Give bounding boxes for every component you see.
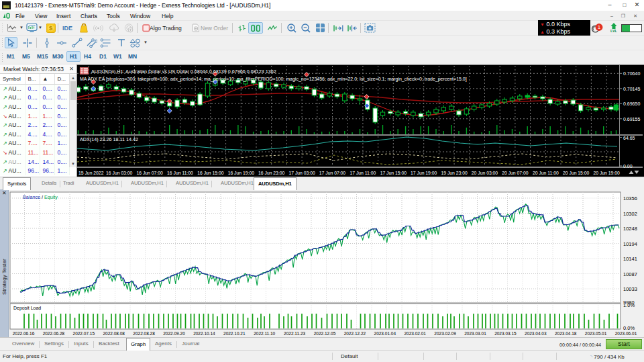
svg-text:2023.01.04: 2023.01.04 xyxy=(374,331,396,336)
svg-text:2023.05.01: 2023.05.01 xyxy=(585,331,607,336)
svg-text:Balance / Equity: Balance / Equity xyxy=(23,194,58,200)
svg-text:10302: 10302 xyxy=(623,211,637,217)
svg-text:0.70640: 0.70640 xyxy=(623,71,640,76)
svg-text:2022.09.20: 2022.09.20 xyxy=(163,331,185,336)
svg-text:17 Jun 11:00: 17 Jun 11:00 xyxy=(350,171,376,175)
svg-text:AUDUSDm,H1: Australian Dollar: AUDUSDm,H1: Australian Dollar vs US Doll… xyxy=(91,69,276,75)
svg-text:ADX(14) 23.26 18.11 14.42: ADX(14) 23.26 18.11 14.42 xyxy=(80,136,138,142)
svg-text:16 Jun 07:00: 16 Jun 07:00 xyxy=(136,171,163,175)
svg-text:2022.06.16: 2022.06.16 xyxy=(13,331,35,336)
svg-text:16 Jun 11:00: 16 Jun 11:00 xyxy=(167,171,193,175)
svg-text:20 Jun 11:00: 20 Jun 11:00 xyxy=(533,171,559,175)
svg-text:2023.04.03: 2023.04.03 xyxy=(525,331,547,336)
svg-text:10141: 10141 xyxy=(623,256,637,262)
svg-text:20 Jun 03:00: 20 Jun 03:00 xyxy=(472,171,498,175)
svg-text:17 Jun 15:00: 17 Jun 15:00 xyxy=(380,171,407,175)
svg-text:2023.04.18: 2023.04.18 xyxy=(555,331,577,336)
svg-text:16 Jun 15:00: 16 Jun 15:00 xyxy=(197,171,224,175)
svg-text:2023.03.01: 2023.03.01 xyxy=(464,331,486,336)
svg-text:2022.12.22: 2022.12.22 xyxy=(344,331,366,336)
svg-text:16 Jun 19:00: 16 Jun 19:00 xyxy=(228,171,255,175)
svg-text:16 Jun 23:00: 16 Jun 23:00 xyxy=(258,171,285,175)
svg-text:0.69650: 0.69650 xyxy=(623,101,640,106)
svg-text:17 Jun 19:00: 17 Jun 19:00 xyxy=(411,171,437,175)
svg-text:2022.10.14: 2022.10.14 xyxy=(193,331,215,336)
svg-text:2022.08.08: 2022.08.08 xyxy=(103,331,125,336)
svg-text:10033: 10033 xyxy=(623,286,637,292)
svg-text:0.0%: 0.0% xyxy=(623,325,635,331)
svg-text:15 Jun 2022: 15 Jun 2022 xyxy=(78,171,104,175)
svg-text:Deposit Load: Deposit Load xyxy=(13,306,41,311)
svg-text:2022.12.05: 2022.12.05 xyxy=(314,331,336,336)
svg-text:$: $ xyxy=(49,24,53,32)
svg-text:10087: 10087 xyxy=(623,271,637,277)
svg-text:0.00: 0.00 xyxy=(623,164,633,169)
svg-text:2022.06.28: 2022.06.28 xyxy=(43,331,65,336)
svg-text:1: 1 xyxy=(598,24,601,30)
svg-text:2022.11.10: 2022.11.10 xyxy=(254,331,275,336)
svg-text:MA ADX EA [stoploss=300; takep: MA ADX EA [stoploss=300; takeprofit=100;… xyxy=(80,77,467,82)
svg-text:19 Jun 23:00: 19 Jun 23:00 xyxy=(441,171,468,175)
svg-text:20 Jun 15:00: 20 Jun 15:00 xyxy=(563,171,590,175)
svg-text:17 Jun 07:00: 17 Jun 07:00 xyxy=(319,171,346,175)
svg-text:2023.03.15: 2023.03.15 xyxy=(494,331,517,336)
svg-text:10248: 10248 xyxy=(623,226,637,232)
svg-text:2022.11.23: 2022.11.23 xyxy=(284,331,305,336)
svg-text:0.69155: 0.69155 xyxy=(623,117,640,122)
svg-text:2022.07.15: 2022.07.15 xyxy=(73,331,95,336)
svg-text:1.0%: 1.0% xyxy=(623,302,635,308)
svg-text:0.70145: 0.70145 xyxy=(623,87,640,91)
svg-text:2022.08.28: 2022.08.28 xyxy=(133,331,155,336)
svg-text:2023.06.01: 2023.06.01 xyxy=(615,331,637,336)
svg-text:17 Jun 03:00: 17 Jun 03:00 xyxy=(288,171,315,175)
svg-text:20 Jun 19:00: 20 Jun 19:00 xyxy=(593,171,620,175)
svg-text:64.65: 64.65 xyxy=(623,136,635,140)
svg-text:16 Jun 03:00: 16 Jun 03:00 xyxy=(106,171,133,175)
svg-text:20 Jun 07:00: 20 Jun 07:00 xyxy=(502,171,529,175)
svg-text:2023.02.09: 2023.02.09 xyxy=(434,331,456,336)
svg-text:2023.02.01: 2023.02.01 xyxy=(404,331,426,336)
svg-text:2022.10.21: 2022.10.21 xyxy=(223,331,246,336)
svg-text:10356: 10356 xyxy=(623,195,637,201)
svg-text:10194: 10194 xyxy=(623,241,637,247)
